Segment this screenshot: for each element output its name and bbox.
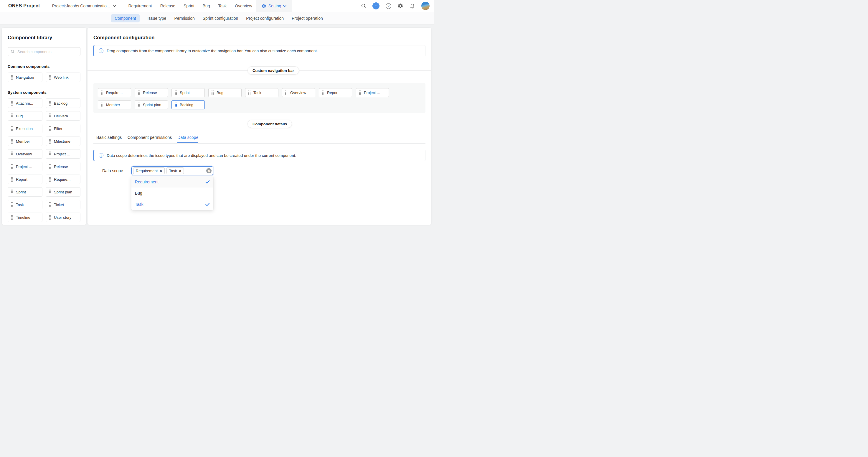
drag-handle-icon[interactable] (322, 90, 324, 95)
search-input[interactable] (17, 49, 78, 54)
drag-handle-icon[interactable] (101, 103, 103, 107)
drag-handle-icon[interactable] (49, 126, 51, 131)
library-component-project[interactable]: Project ... (8, 162, 42, 171)
subnav-tab-issue-type[interactable]: Issue type (148, 16, 166, 21)
tab-basic-settings[interactable]: Basic settings (96, 135, 122, 143)
library-component-require[interactable]: Require... (46, 175, 81, 184)
drag-handle-icon[interactable] (285, 90, 287, 95)
nav-chip-backlog[interactable]: Backlog (172, 100, 205, 109)
subnav-tab-component[interactable]: Component (111, 14, 140, 22)
drag-handle-icon[interactable] (11, 101, 13, 106)
drag-handle-icon[interactable] (11, 139, 13, 144)
help-icon[interactable]: ? (386, 3, 391, 9)
subnav-tab-project-configuration[interactable]: Project configuration (246, 16, 284, 21)
drag-handle-icon[interactable] (11, 202, 13, 207)
library-component-navigation[interactable]: Navigation (8, 73, 42, 82)
drag-handle-icon[interactable] (49, 177, 51, 182)
library-component-milestone[interactable]: Milestone (46, 137, 81, 146)
library-component-filter[interactable]: Filter (46, 124, 81, 133)
library-component-sprint-plan[interactable]: Sprint plan (46, 187, 81, 197)
nav-chip-member[interactable]: Member (98, 100, 131, 109)
library-component-project[interactable]: Project ... (46, 149, 81, 159)
library-component-release[interactable]: Release (46, 162, 81, 171)
drag-handle-icon[interactable] (175, 103, 177, 107)
drag-handle-icon[interactable] (101, 90, 103, 95)
drag-handle-icon[interactable] (11, 151, 13, 156)
library-component-attachm[interactable]: Attachm... (8, 98, 42, 108)
library-component-execution[interactable]: Execution (8, 124, 42, 133)
topbar-nav-task[interactable]: Task (218, 3, 227, 8)
topbar-tab-setting[interactable]: Setting (256, 0, 292, 12)
library-component-backlog[interactable]: Backlog (46, 98, 81, 108)
library-component-report[interactable]: Report (8, 175, 42, 184)
dropdown-option-requirement[interactable]: Requirement (131, 176, 213, 188)
drag-handle-icon[interactable] (11, 215, 13, 220)
avatar[interactable] (421, 2, 430, 10)
drag-handle-icon[interactable] (138, 103, 140, 107)
library-component-ticket[interactable]: Ticket (46, 200, 81, 209)
library-component-member[interactable]: Member (8, 137, 42, 146)
library-component-web-link[interactable]: Web link (46, 73, 81, 82)
nav-chip-report[interactable]: Report (319, 88, 352, 97)
drag-handle-icon[interactable] (212, 90, 214, 95)
drag-handle-icon[interactable] (11, 164, 13, 169)
drag-handle-icon[interactable] (248, 90, 250, 95)
topbar-nav-sprint[interactable]: Sprint (184, 3, 194, 8)
chip-label: Sprint plan (143, 103, 161, 107)
drag-handle-icon[interactable] (11, 75, 13, 80)
nav-chip-require[interactable]: Require... (98, 88, 131, 97)
tab-data-scope[interactable]: Data scope (177, 135, 198, 143)
drag-handle-icon[interactable] (49, 202, 51, 207)
data-scope-select[interactable]: Requirement×Task×× (131, 166, 213, 175)
library-component-sprint[interactable]: Sprint (8, 187, 42, 197)
drag-handle-icon[interactable] (49, 215, 51, 220)
nav-chip-sprint-plan[interactable]: Sprint plan (135, 100, 168, 109)
chip-label: Project ... (364, 90, 380, 95)
drag-handle-icon[interactable] (49, 101, 51, 106)
remove-tag-icon[interactable]: × (160, 169, 162, 173)
drag-handle-icon[interactable] (49, 151, 51, 156)
drag-handle-icon[interactable] (49, 139, 51, 144)
bell-icon[interactable] (409, 3, 415, 9)
drag-handle-icon[interactable] (138, 90, 140, 95)
drag-handle-icon[interactable] (11, 190, 13, 194)
drag-handle-icon[interactable] (49, 164, 51, 169)
create-button[interactable]: + (372, 2, 379, 9)
search-icon[interactable] (361, 3, 366, 8)
project-selector[interactable]: Project:Jacobs Communicatio... (52, 3, 116, 8)
subnav-tab-sprint-configuration[interactable]: Sprint configuration (203, 16, 238, 21)
topbar-nav-requirement[interactable]: Requirement (128, 3, 152, 8)
drag-handle-icon[interactable] (359, 90, 361, 95)
library-component-delivera[interactable]: Delivera... (46, 111, 81, 121)
library-component-task[interactable]: Task (8, 200, 42, 209)
tab-component-permissions[interactable]: Component permissions (127, 135, 172, 143)
remove-tag-icon[interactable]: × (179, 169, 182, 173)
dropdown-option-bug[interactable]: Bug (131, 188, 213, 199)
library-component-user-story[interactable]: User story (46, 212, 81, 222)
topbar-nav-bug[interactable]: Bug (203, 3, 210, 8)
drag-handle-icon[interactable] (49, 114, 51, 118)
drag-handle-icon[interactable] (11, 114, 13, 118)
library-component-timeline[interactable]: Timeline (8, 212, 42, 222)
drag-handle-icon[interactable] (11, 177, 13, 182)
library-component-bug[interactable]: Bug (8, 111, 42, 121)
drag-handle-icon[interactable] (175, 90, 177, 95)
nav-chip-bug[interactable]: Bug (208, 88, 242, 97)
topbar-nav-overview[interactable]: Overview (235, 3, 252, 8)
clear-selection-button[interactable]: × (206, 168, 212, 173)
check-icon (205, 180, 210, 184)
subnav-tab-project-operation[interactable]: Project operation (292, 16, 323, 21)
drag-handle-icon[interactable] (49, 75, 51, 80)
drag-handle-icon[interactable] (11, 126, 13, 131)
topbar-nav-release[interactable]: Release (160, 3, 175, 8)
gear-icon[interactable] (398, 3, 403, 9)
drag-handle-icon[interactable] (49, 190, 51, 194)
dropdown-option-task[interactable]: Task (131, 199, 213, 210)
nav-chip-task[interactable]: Task (245, 88, 278, 97)
nav-chip-sprint[interactable]: Sprint (172, 88, 205, 97)
nav-chip-project[interactable]: Project ... (355, 88, 389, 97)
library-component-overview[interactable]: Overview (8, 149, 42, 159)
nav-chip-release[interactable]: Release (135, 88, 168, 97)
subnav-tab-permission[interactable]: Permission (174, 16, 194, 21)
nav-chip-overview[interactable]: Overview (282, 88, 315, 97)
